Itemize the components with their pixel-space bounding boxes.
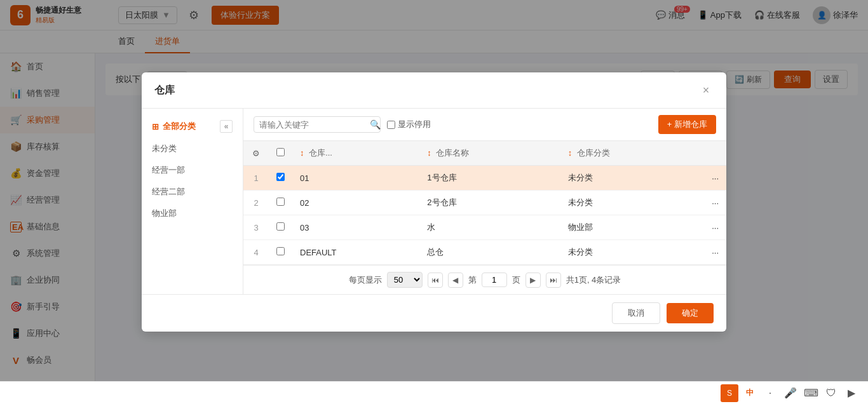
row-name: 总仓 [419,240,560,265]
search-icon: 🔍 [370,119,381,130]
row-num: 3 [243,215,269,240]
row-actions[interactable]: ··· [701,240,726,265]
row-actions[interactable]: ··· [701,215,726,240]
row-num: 4 [243,240,269,265]
grid-icon: ⊞ [152,122,159,131]
per-page-select[interactable]: 50 100 [387,272,423,288]
table-row[interactable]: 2 02 2号仓库 未分类 ··· [243,191,726,215]
cn-icon[interactable]: S [721,384,738,402]
table-row[interactable]: 1 01 1号仓库 未分类 ··· [243,166,726,191]
first-page-button[interactable]: ⏮ [428,273,443,288]
confirm-button[interactable]: 确定 [667,303,714,323]
modal-header: 仓库 × [142,72,726,109]
modal-warehouse: 仓库 × ⊞ 全部分类 « 未分类 经营一部 经营二部 [142,72,726,332]
next-page-button[interactable]: ▶ [526,273,541,288]
modal-sidebar-property[interactable]: 物业部 [142,203,243,224]
modal-table-wrap: ⚙ ↕ 仓库... ↕ 仓库名称 [243,141,726,265]
row-num: 2 [243,191,269,215]
cancel-button[interactable]: 取消 [612,302,660,324]
row-checkbox-cell[interactable] [269,240,292,265]
row-checkbox[interactable] [276,173,285,181]
show-disabled-label[interactable]: 显示停用 [387,119,431,130]
modal-sidebar: ⊞ 全部分类 « 未分类 经营一部 经营二部 物业部 [142,109,243,294]
mic-icon[interactable]: 🎤 [782,384,799,402]
row-category: 未分类 [560,166,701,191]
collapse-button[interactable]: « [220,120,233,133]
warehouse-table: ⚙ ↕ 仓库... ↕ 仓库名称 [243,141,726,265]
search-input[interactable] [259,120,366,130]
prev-page-button[interactable]: ◀ [448,273,463,288]
zh-icon[interactable]: 中 [741,384,759,402]
page-suffix: 页 [512,274,520,286]
select-all-checkbox[interactable] [276,148,285,156]
row-code: 02 [292,191,419,215]
page-label: 第 [468,274,477,286]
col-code-header: ↕ 仓库... [292,141,419,166]
modal-footer: 取消 确定 [142,294,726,332]
all-categories-label: 全部分类 [163,121,196,132]
row-checkbox[interactable] [276,247,285,255]
table-row[interactable]: 3 03 水 物业部 ··· [243,215,726,240]
bottom-bar: S 中 · 🎤 ⌨ 🛡 ▶ [0,381,868,404]
row-checkbox-cell[interactable] [269,166,292,191]
play-icon[interactable]: ▶ [843,384,860,402]
modal-main: 🔍 显示停用 + 新增仓库 ⚙ [243,109,726,294]
per-page-label: 每页显示 [349,274,382,286]
table-header-row: ⚙ ↕ 仓库... ↕ 仓库名称 [243,141,726,166]
last-page-button[interactable]: ⏭ [546,273,561,288]
row-name: 2号仓库 [419,191,560,215]
show-disabled-checkbox[interactable] [387,121,395,129]
page-input[interactable] [482,273,507,287]
col-checkbox-header [269,141,292,166]
row-code: 01 [292,166,419,191]
row-checkbox-cell[interactable] [269,215,292,240]
dot-icon[interactable]: · [761,384,779,402]
modal-title: 仓库 [154,84,175,97]
shield-icon[interactable]: 🛡 [822,384,840,402]
row-actions[interactable]: ··· [701,191,726,215]
sort-icon-category: ↕ [568,148,573,158]
col-name-header: ↕ 仓库名称 [419,141,560,166]
row-name: 1号仓库 [419,166,560,191]
new-warehouse-button[interactable]: + 新增仓库 [658,115,716,134]
col-settings-header: ⚙ [243,141,269,166]
row-category: 未分类 [560,191,701,215]
col-category-header: ↕ 仓库分类 [560,141,701,166]
row-num: 1 [243,166,269,191]
all-categories-header[interactable]: ⊞ 全部分类 « [142,115,243,138]
sort-icon-name: ↕ [427,148,431,158]
keyboard-icon[interactable]: ⌨ [802,384,820,402]
modal-close-button[interactable]: × [698,83,714,98]
overlay: 仓库 × ⊞ 全部分类 « 未分类 经营一部 经营二部 [0,0,868,404]
pagination: 每页显示 50 100 ⏮ ◀ 第 页 ▶ ⏭ 共1页, 4条记录 [243,265,726,294]
row-actions[interactable]: ··· [701,166,726,191]
modal-sidebar-dept2[interactable]: 经营二部 [142,181,243,203]
modal-sidebar-unclassified[interactable]: 未分类 [142,138,243,159]
table-row[interactable]: 4 DEFAULT 总仓 未分类 ··· [243,240,726,265]
total-label: 共1页, 4条记录 [566,274,621,286]
row-checkbox[interactable] [276,222,285,231]
row-checkbox[interactable] [276,198,285,206]
modal-toolbar: 🔍 显示停用 + 新增仓库 [243,109,726,141]
row-category: 物业部 [560,215,701,240]
modal-sidebar-dept1[interactable]: 经营一部 [142,159,243,181]
row-checkbox-cell[interactable] [269,191,292,215]
sort-icon: ↕ [300,148,304,158]
row-code: 03 [292,215,419,240]
row-name: 水 [419,215,560,240]
modal-body: ⊞ 全部分类 « 未分类 经营一部 经营二部 物业部 [142,109,726,294]
search-box: 🔍 [254,116,381,133]
col-actions-header [701,141,726,166]
row-code: DEFAULT [292,240,419,265]
row-category: 未分类 [560,240,701,265]
